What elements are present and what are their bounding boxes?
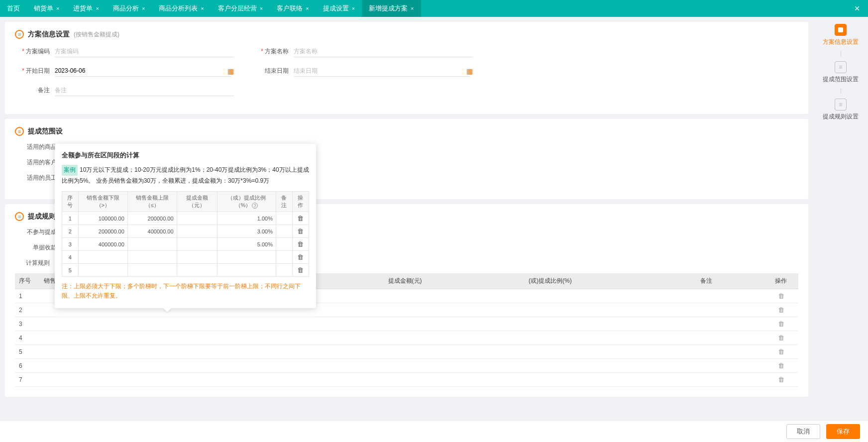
tab-close-icon[interactable]: × [411,5,414,11]
delete-row-button[interactable]: 🗑 [763,331,798,345]
table-row[interactable]: 3🗑 [15,317,798,331]
save-button[interactable]: 保存 [826,424,860,439]
popover-cell: 5 [62,264,79,277]
tab-0[interactable]: 首页 [0,0,27,17]
delete-icon[interactable]: 🗑 [292,212,309,225]
delete-row-button[interactable]: 🗑 [763,345,798,359]
name-input[interactable] [294,46,473,57]
cell[interactable] [384,303,525,317]
cell[interactable] [525,359,696,373]
step-label: 方案信息设置 [823,38,859,46]
tab-4[interactable]: 商品分析列表× [152,0,211,17]
tab-5[interactable]: 客户分层经营× [211,0,270,17]
delete-icon[interactable]: 🗑 [292,225,309,238]
tab-label: 商品分析 [113,4,139,13]
cell[interactable] [696,289,763,303]
remark-input[interactable] [55,85,234,96]
delete-row-button[interactable]: 🗑 [763,303,798,317]
popover-cell [217,251,276,264]
cancel-button[interactable]: 取消 [786,424,820,439]
cell[interactable] [696,359,763,373]
popover-title: 全额参与所在区间段的计算 [62,151,309,160]
cell[interactable] [212,359,384,373]
tab-8[interactable]: 新增提成方案× [362,0,421,17]
help-icon[interactable]: ? [252,203,258,209]
step-separator [841,51,841,56]
row-no: 2 [15,303,40,317]
name-label: 方案名称 [254,47,289,56]
delete-icon[interactable]: 🗑 [292,251,309,264]
calendar-icon[interactable]: ▦ [227,67,234,75]
cell[interactable] [525,331,696,345]
cell[interactable] [696,303,763,317]
cell[interactable] [525,289,696,303]
tab-close-icon[interactable]: × [260,5,263,11]
tabbar-close-button[interactable]: × [850,0,864,17]
table-row[interactable]: 4🗑 [15,331,798,345]
tab-6[interactable]: 客户联络× [270,0,316,17]
tab-close-icon[interactable]: × [142,5,145,11]
main-content: ≡ 方案信息设置 (按销售金额提成) 方案编码 方案名称 开始日期 ▦ [0,17,813,442]
tab-close-icon[interactable]: × [96,5,99,11]
cell[interactable] [212,345,384,359]
cell[interactable] [40,373,212,387]
delete-icon[interactable]: 🗑 [292,238,309,251]
popover-cell: 1.00% [217,212,276,225]
tab-close-icon[interactable]: × [306,5,309,11]
table-row[interactable]: 7🗑 [15,373,798,387]
tab-1[interactable]: 销货单× [27,0,66,17]
popover-th: 备注 [276,192,292,212]
cell[interactable] [696,317,763,331]
popover-cell [127,251,177,264]
delete-row-button[interactable]: 🗑 [763,317,798,331]
delete-icon[interactable]: 🗑 [292,264,309,277]
start-date-input[interactable] [55,65,231,77]
popover-cell [177,225,217,238]
step-2[interactable]: ≡提成规则设置 [815,99,866,121]
tab-label: 商品分析列表 [159,4,198,13]
calendar-icon[interactable]: ▦ [466,67,473,75]
step-1[interactable]: ≡提成范围设置 [815,61,866,84]
tab-close-icon[interactable]: × [201,5,204,11]
delete-row-button[interactable]: 🗑 [763,289,798,303]
cell[interactable] [212,331,384,345]
row-no: 6 [15,359,40,373]
tab-2[interactable]: 进货单× [66,0,106,17]
cell[interactable] [525,303,696,317]
cell[interactable] [40,331,212,345]
cell[interactable] [384,373,525,387]
table-row[interactable]: 5🗑 [15,345,798,359]
cell[interactable] [40,345,212,359]
cell[interactable] [40,317,212,331]
cell[interactable] [696,373,763,387]
popover-cell: 1 [62,212,79,225]
tab-close-icon[interactable]: × [352,5,355,11]
cell[interactable] [525,373,696,387]
delete-row-button[interactable]: 🗑 [763,359,798,373]
row-no: 3 [15,317,40,331]
panel-icon: ≡ [15,212,24,221]
tab-close-icon[interactable]: × [56,5,59,11]
table-row[interactable]: 6🗑 [15,359,798,373]
delete-row-button[interactable]: 🗑 [763,373,798,387]
cell[interactable] [525,317,696,331]
code-input[interactable] [55,46,234,57]
cell[interactable] [212,317,384,331]
cell[interactable] [525,345,696,359]
step-0[interactable]: 方案信息设置 [815,24,866,46]
tab-7[interactable]: 提成设置× [316,0,362,17]
cell[interactable] [696,331,763,345]
popover-cell [276,251,292,264]
cell[interactable] [384,317,525,331]
tab-3[interactable]: 商品分析× [106,0,152,17]
end-date-input[interactable] [294,65,470,77]
cell[interactable] [384,345,525,359]
popover-cell [78,251,127,264]
cell[interactable] [384,289,525,303]
cell[interactable] [384,359,525,373]
cell[interactable] [40,359,212,373]
cell[interactable] [696,345,763,359]
cell[interactable] [384,331,525,345]
cell[interactable] [212,373,384,387]
scope-cust-label: 适用的客户 [15,158,57,167]
